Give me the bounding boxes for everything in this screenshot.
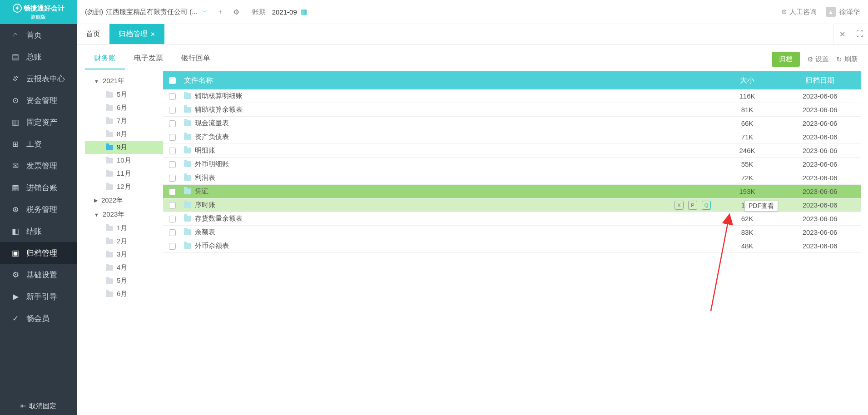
tab-0[interactable]: 首页 <box>77 24 109 44</box>
row-checkbox[interactable] <box>169 161 176 168</box>
table-row[interactable]: 序时账13K2023-06-06XPQPDF查看 <box>163 198 861 212</box>
sidebar: ✦畅捷通好会计 旗舰版 ⌂首页▤总账⫻云报表中心⊙资金管理▥固定资产⊞工资✉发票… <box>0 0 77 415</box>
tree-month[interactable]: 7月 <box>85 114 163 128</box>
table-row[interactable]: 凭证193K2023-06-06 <box>163 185 861 198</box>
table-row[interactable]: 辅助核算余额表81K2023-06-06 <box>163 103 861 117</box>
nav-icon: ✓ <box>11 314 20 323</box>
row-checkbox[interactable] <box>169 107 176 114</box>
tree-month[interactable]: 12月 <box>85 180 163 193</box>
folder-icon <box>184 229 191 235</box>
nav-item-6[interactable]: ✉发票管理 <box>0 155 77 177</box>
company-name: 江西服宝精品有限责任公司 (... <box>106 8 198 16</box>
tree-month[interactable]: 5月 <box>85 274 163 287</box>
refresh-link[interactable]: ↻刷新 <box>836 55 858 64</box>
tree-month[interactable]: 10月 <box>85 154 163 167</box>
row-checkbox[interactable] <box>169 202 176 209</box>
subtab-0[interactable]: 财务账 <box>85 49 125 69</box>
table-row[interactable]: 辅助核算明细账116K2023-06-06 <box>163 89 861 103</box>
nav-item-12[interactable]: ▶新手引导 <box>0 286 77 307</box>
nav-icon: ⌂ <box>11 30 20 40</box>
nav-item-0[interactable]: ⌂首页 <box>0 24 77 46</box>
row-checkbox[interactable] <box>169 188 176 195</box>
table-row[interactable]: 外币余额表48K2023-06-06 <box>163 239 861 253</box>
nav-item-1[interactable]: ▤总账 <box>0 46 77 68</box>
consult-link[interactable]: ⊕ 人工咨询 <box>781 8 817 16</box>
user-menu[interactable]: ▲ 徐泽华 <box>826 7 860 17</box>
row-checkbox[interactable] <box>169 93 176 100</box>
nav-item-5[interactable]: ⊞工资 <box>0 133 77 155</box>
close-all-tabs[interactable]: ✕ <box>833 24 851 44</box>
row-checkbox[interactable] <box>169 134 176 141</box>
nav-item-13[interactable]: ✓畅会员 <box>0 307 77 329</box>
col-name: 文件名称 <box>181 76 715 85</box>
nav-item-9[interactable]: ◧结账 <box>0 220 77 242</box>
subtab-1[interactable]: 电子发票 <box>125 49 172 69</box>
pdf-download-icon[interactable]: P <box>688 201 697 210</box>
row-checkbox[interactable] <box>169 120 176 127</box>
refresh-icon: ↻ <box>836 55 842 64</box>
nav-item-10[interactable]: ▣归档管理 <box>0 242 77 264</box>
company-selector[interactable]: (勿删) 江西服宝精品有限责任公司 (... ﹀ <box>85 8 208 16</box>
nav-item-3[interactable]: ⊙资金管理 <box>0 89 77 111</box>
tree-month[interactable]: 1月 <box>85 222 163 235</box>
tree-month[interactable]: 3月 <box>85 248 163 261</box>
unpin-sidebar[interactable]: ⇤ 取消固定 <box>0 397 77 415</box>
subtab-2[interactable]: 银行回单 <box>172 49 219 69</box>
nav-item-8[interactable]: ⊛税务管理 <box>0 198 77 220</box>
tab-label: 归档管理 <box>119 30 148 39</box>
brand-name: 畅捷通好会计 <box>24 4 64 13</box>
table-row[interactable]: 资产负债表71K2023-06-06 <box>163 130 861 144</box>
table-row[interactable]: 外币明细账55K2023-06-06 <box>163 158 861 171</box>
nav-label: 税务管理 <box>26 204 57 215</box>
nav-item-4[interactable]: ▥固定资产 <box>0 111 77 133</box>
archive-button[interactable]: 归档 <box>772 52 800 67</box>
fullscreen-toggle[interactable]: ⛶ <box>851 24 868 44</box>
tree-month[interactable]: 11月 <box>85 167 163 180</box>
row-checkbox[interactable] <box>169 229 176 236</box>
tree-month[interactable]: 6月 <box>85 287 163 301</box>
table-row[interactable]: 明细账246K2023-06-06 <box>163 144 861 158</box>
nav-item-2[interactable]: ⫻云报表中心 <box>0 68 77 89</box>
folder-icon <box>184 216 191 222</box>
company-settings-icon[interactable]: ⚙ <box>233 8 239 16</box>
file-size: 66K <box>715 119 779 127</box>
tree-month[interactable]: 9月 <box>85 141 163 154</box>
tree-month[interactable]: 5月 <box>85 88 163 101</box>
tree-month[interactable]: 2月 <box>85 235 163 248</box>
table-row[interactable]: 利润表72K2023-06-06 <box>163 171 861 185</box>
row-checkbox[interactable] <box>169 148 176 154</box>
table-row[interactable]: 余额表83K2023-06-06 <box>163 226 861 239</box>
nav-item-7[interactable]: ▦进销台账 <box>0 177 77 198</box>
file-date: 2023-06-06 <box>779 201 861 209</box>
brand-logo: ✦畅捷通好会计 旗舰版 <box>0 0 77 24</box>
excel-download-icon[interactable]: X <box>675 201 684 210</box>
nav-icon: ⊙ <box>11 96 20 105</box>
select-all-checkbox[interactable] <box>169 77 176 84</box>
calendar-icon[interactable]: ▦ <box>301 8 307 16</box>
nav-label: 资金管理 <box>26 95 57 106</box>
tabstrip: 首页归档管理✕ ✕ ⛶ <box>77 24 868 44</box>
pdf-view-icon[interactable]: Q <box>702 201 711 210</box>
close-icon[interactable]: ✕ <box>150 31 155 38</box>
file-size: 72K <box>715 174 779 182</box>
row-checkbox[interactable] <box>169 243 176 250</box>
file-size: 71K <box>715 133 779 141</box>
tree-month[interactable]: 4月 <box>85 261 163 274</box>
table-row[interactable]: 存货数量余额表62K2023-06-06 <box>163 212 861 226</box>
brand-icon: ✦ <box>13 4 22 13</box>
tree-year-1[interactable]: ▶2022年 <box>85 193 163 208</box>
tree-month[interactable]: 8月 <box>85 128 163 141</box>
settings-link[interactable]: ⚙设置 <box>807 55 829 64</box>
tab-1[interactable]: 归档管理✕ <box>109 24 164 44</box>
folder-icon <box>184 202 191 208</box>
tree-year-2[interactable]: ▼2023年 <box>85 208 163 222</box>
nav-item-11[interactable]: ⚙基础设置 <box>0 264 77 286</box>
file-name: 存货数量余额表 <box>195 214 243 223</box>
tree-month[interactable]: 6月 <box>85 101 163 114</box>
add-company-icon[interactable]: ＋ <box>217 7 224 17</box>
row-checkbox[interactable] <box>169 216 176 222</box>
row-checkbox[interactable] <box>169 175 176 182</box>
date-tree: ▼2021年5月6月7月8月9月10月11月12月▶2022年▼2023年1月2… <box>85 71 163 415</box>
table-row[interactable]: 现金流量表66K2023-06-06 <box>163 117 861 130</box>
tree-year-0[interactable]: ▼2021年 <box>85 74 163 88</box>
